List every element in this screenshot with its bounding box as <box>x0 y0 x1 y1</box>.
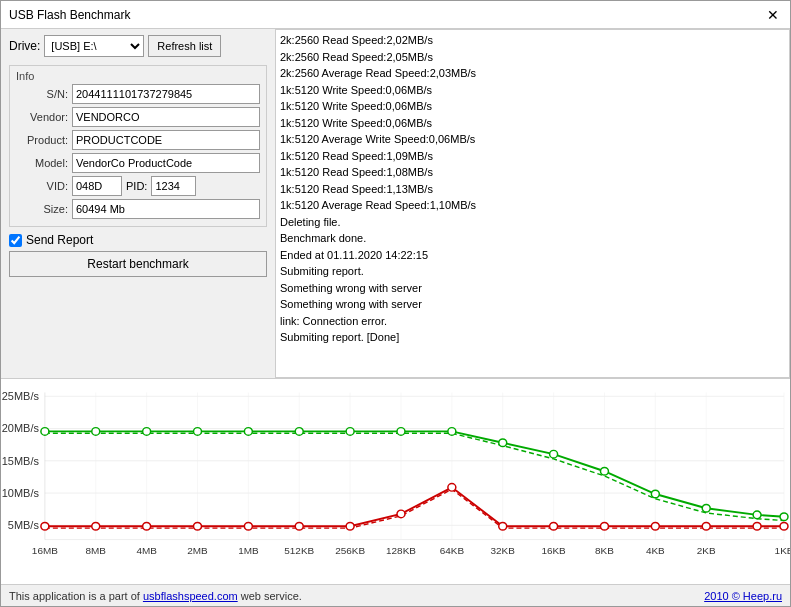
svg-point-27 <box>41 427 49 435</box>
product-input[interactable] <box>72 130 260 150</box>
svg-text:2KB: 2KB <box>697 545 716 556</box>
svg-point-39 <box>651 490 659 498</box>
log-area[interactable]: 2k:2560 Read Speed:2,02MB/s2k:2560 Read … <box>276 29 790 378</box>
size-label: Size: <box>16 203 68 215</box>
drive-select[interactable]: [USB] E:\ <box>44 35 144 57</box>
send-report-label: Send Report <box>26 233 93 247</box>
svg-point-37 <box>550 450 558 458</box>
send-report-row: Send Report <box>9 233 267 247</box>
log-panel: 2k:2560 Read Speed:2,02MB/s2k:2560 Read … <box>276 29 790 378</box>
svg-point-44 <box>92 522 100 530</box>
sn-input[interactable] <box>72 84 260 104</box>
main-window: USB Flash Benchmark ✕ Drive: [USB] E:\ R… <box>0 0 791 607</box>
svg-text:4MB: 4MB <box>136 545 156 556</box>
svg-point-51 <box>448 483 456 491</box>
footer-text-middle: web service. <box>238 590 302 602</box>
svg-point-42 <box>780 513 788 521</box>
restart-button[interactable]: Restart benchmark <box>9 251 267 277</box>
svg-point-32 <box>295 427 303 435</box>
svg-text:64KB: 64KB <box>440 545 464 556</box>
svg-point-29 <box>143 427 151 435</box>
svg-rect-0 <box>1 383 790 568</box>
footer-link[interactable]: usbflashspeed.com <box>143 590 238 602</box>
log-line: link: Connection error. <box>280 313 785 330</box>
window-title: USB Flash Benchmark <box>9 8 130 22</box>
vid-input[interactable] <box>72 176 122 196</box>
svg-point-53 <box>550 522 558 530</box>
vid-pid-row: VID: PID: <box>16 176 260 196</box>
svg-point-58 <box>780 522 788 530</box>
svg-point-47 <box>244 522 252 530</box>
send-report-checkbox[interactable] <box>9 234 22 247</box>
close-button[interactable]: ✕ <box>764 6 782 24</box>
log-line: 1k:5120 Write Speed:0,06MB/s <box>280 98 785 115</box>
log-line: 1k:5120 Write Speed:0,06MB/s <box>280 82 785 99</box>
chart-svg: 25MB/s 20MB/s 15MB/s 10MB/s 5MB/s <box>1 383 790 568</box>
sn-label: S/N: <box>16 88 68 100</box>
svg-point-40 <box>702 504 710 512</box>
drive-row: Drive: [USB] E:\ Refresh list <box>9 35 267 57</box>
svg-text:15MB/s: 15MB/s <box>2 455 39 467</box>
svg-text:4KB: 4KB <box>646 545 665 556</box>
log-line: 2k:2560 Read Speed:2,02MB/s <box>280 32 785 49</box>
log-line: 1k:5120 Average Read Speed:1,10MB/s <box>280 197 785 214</box>
drive-label: Drive: <box>9 39 40 53</box>
log-line: Submiting report. <box>280 263 785 280</box>
model-input[interactable] <box>72 153 260 173</box>
footer: This application is a part of usbflashsp… <box>1 584 790 606</box>
svg-text:2MB: 2MB <box>187 545 207 556</box>
svg-text:512KB: 512KB <box>284 545 314 556</box>
footer-left: This application is a part of usbflashsp… <box>9 590 302 602</box>
content-area: Drive: [USB] E:\ Refresh list Info S/N: … <box>1 29 790 606</box>
svg-text:16MB: 16MB <box>32 545 58 556</box>
model-label: Model: <box>16 157 68 169</box>
svg-point-38 <box>600 467 608 475</box>
svg-text:8MB: 8MB <box>86 545 106 556</box>
svg-point-36 <box>499 439 507 447</box>
log-line: 1k:5120 Read Speed:1,08MB/s <box>280 164 785 181</box>
svg-point-54 <box>600 522 608 530</box>
footer-right-link[interactable]: 2010 © Heep.ru <box>704 590 782 602</box>
log-line: Something wrong with server <box>280 296 785 313</box>
svg-point-30 <box>194 427 202 435</box>
svg-point-33 <box>346 427 354 435</box>
info-group-label: Info <box>16 70 260 82</box>
svg-point-28 <box>92 427 100 435</box>
chart-section: 25MB/s 20MB/s 15MB/s 10MB/s 5MB/s <box>1 378 790 585</box>
log-line: 1k:5120 Write Speed:0,06MB/s <box>280 115 785 132</box>
svg-point-35 <box>448 427 456 435</box>
log-line: 1k:5120 Average Write Speed:0,06MB/s <box>280 131 785 148</box>
title-bar: USB Flash Benchmark ✕ <box>1 1 790 29</box>
svg-point-50 <box>397 510 405 518</box>
svg-point-45 <box>143 522 151 530</box>
log-line: Deleting file. <box>280 214 785 231</box>
svg-point-57 <box>753 522 761 530</box>
left-panel: Drive: [USB] E:\ Refresh list Info S/N: … <box>1 29 276 378</box>
svg-text:1KB: 1KB <box>775 545 790 556</box>
log-line: 2k:2560 Read Speed:2,05MB/s <box>280 49 785 66</box>
info-group: Info S/N: Vendor: Product: Model: <box>9 65 267 227</box>
log-line: Benchmark done. <box>280 230 785 247</box>
vendor-input[interactable] <box>72 107 260 127</box>
pid-input[interactable] <box>151 176 196 196</box>
refresh-button[interactable]: Refresh list <box>148 35 221 57</box>
size-row: Size: <box>16 199 260 219</box>
vid-label: VID: <box>16 180 68 192</box>
svg-point-34 <box>397 427 405 435</box>
sn-row: S/N: <box>16 84 260 104</box>
svg-point-52 <box>499 522 507 530</box>
size-input[interactable] <box>72 199 260 219</box>
svg-text:32KB: 32KB <box>491 545 515 556</box>
log-line: Something wrong with server <box>280 280 785 297</box>
svg-point-41 <box>753 511 761 519</box>
svg-text:8KB: 8KB <box>595 545 614 556</box>
svg-point-56 <box>702 522 710 530</box>
svg-point-55 <box>651 522 659 530</box>
vendor-row: Vendor: <box>16 107 260 127</box>
svg-text:20MB/s: 20MB/s <box>2 422 39 434</box>
log-line: 1k:5120 Read Speed:1,09MB/s <box>280 148 785 165</box>
svg-point-48 <box>295 522 303 530</box>
svg-text:16KB: 16KB <box>541 545 565 556</box>
svg-point-31 <box>244 427 252 435</box>
svg-point-43 <box>41 522 49 530</box>
